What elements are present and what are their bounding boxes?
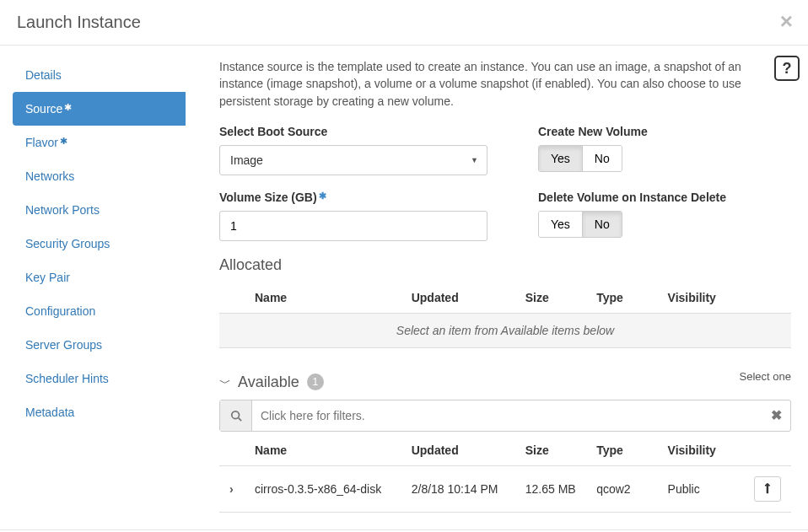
help-icon[interactable]: ? <box>774 56 800 81</box>
sidebar-item-label: Server Groups <box>25 338 102 352</box>
required-asterisk-icon: ✱ <box>319 191 326 201</box>
create-volume-col: Create New Volume Yes No <box>538 125 791 175</box>
svg-point-0 <box>231 411 239 419</box>
available-title[interactable]: ﹀ Available 1 <box>219 373 324 391</box>
source-description: Instance source is the template used to … <box>219 58 791 110</box>
boot-source-select[interactable]: Image <box>219 145 487 175</box>
col-visibility: Visibility <box>668 443 739 457</box>
cell-updated: 2/8/18 10:14 PM <box>412 482 525 496</box>
sidebar-item-label: Networks <box>25 169 74 183</box>
cell-name: cirros-0.3.5-x86_64-disk <box>255 482 412 496</box>
cell-visibility: Public <box>668 482 739 496</box>
search-icon[interactable] <box>220 400 252 431</box>
sidebar-item-flavor[interactable]: Flavor✱ <box>13 126 186 159</box>
allocated-empty-message: Select an item from Available items belo… <box>219 314 791 348</box>
col-name: Name <box>255 291 412 304</box>
sidebar-item-label: Security Groups <box>25 237 110 250</box>
create-volume-toggle: Yes No <box>538 145 622 172</box>
sidebar-item-key-pair[interactable]: Key Pair <box>13 261 186 294</box>
sidebar-item-label: Details <box>25 68 62 82</box>
clear-filter-icon[interactable]: ✖ <box>762 400 790 431</box>
chevron-down-icon: ﹀ <box>219 376 231 391</box>
available-header-row: ﹀ Available 1 Select one <box>219 367 791 400</box>
sidebar-item-network-ports[interactable]: Network Ports <box>13 193 186 227</box>
allocated-table-header: Name Updated Size Type Visibility <box>219 282 791 314</box>
create-volume-no-button[interactable]: No <box>582 146 622 171</box>
volume-size-label: Volume Size (GB)✱ <box>219 191 487 204</box>
filter-input[interactable] <box>252 400 762 431</box>
allocated-title: Allocated <box>219 256 791 274</box>
col-name: Name <box>255 443 412 457</box>
sidebar-item-details[interactable]: Details <box>13 58 186 92</box>
expand-row-icon[interactable]: › <box>229 482 234 496</box>
modal-header: Launch Instance × <box>0 0 808 46</box>
sidebar-item-server-groups[interactable]: Server Groups <box>13 328 186 362</box>
sidebar-item-source[interactable]: Source✱ <box>13 92 186 126</box>
required-asterisk-icon: ✱ <box>64 102 72 112</box>
svg-line-1 <box>238 418 241 422</box>
delete-yes-button[interactable]: Yes <box>539 212 582 237</box>
select-one-hint: Select one <box>740 370 791 383</box>
wizard-sidebar: Details Source✱ Flavor✱ Networks Network… <box>0 46 186 529</box>
filter-bar: ✖ <box>219 400 791 432</box>
delete-on-terminate-col: Delete Volume on Instance Delete Yes No <box>538 191 791 241</box>
boot-source-col: Select Boot Source Image <box>219 125 487 175</box>
create-volume-label: Create New Volume <box>538 125 791 138</box>
sidebar-item-security-groups[interactable]: Security Groups <box>13 227 186 261</box>
delete-no-button[interactable]: No <box>582 212 622 237</box>
available-table-header: Name Updated Size Type Visibility <box>219 435 791 466</box>
cell-type: qcow2 <box>596 482 667 496</box>
col-size: Size <box>525 291 596 304</box>
modal-title: Launch Instance <box>17 13 791 32</box>
cell-size: 12.65 MB <box>525 482 596 496</box>
delete-on-terminate-toggle: Yes No <box>538 211 622 238</box>
col-visibility: Visibility <box>668 291 739 304</box>
sidebar-item-label: Metadata <box>25 406 74 419</box>
col-type: Type <box>596 291 667 304</box>
boot-source-label: Select Boot Source <box>219 125 487 138</box>
main-panel: ? Instance source is the template used t… <box>186 46 808 529</box>
sidebar-item-label: Scheduler Hints <box>25 372 109 385</box>
sidebar-item-scheduler-hints[interactable]: Scheduler Hints <box>13 362 186 395</box>
available-count-badge: 1 <box>307 373 324 390</box>
delete-on-terminate-label: Delete Volume on Instance Delete <box>538 191 791 204</box>
sidebar-item-label: Network Ports <box>25 203 100 217</box>
col-updated: Updated <box>412 443 525 457</box>
volume-size-col: Volume Size (GB)✱ <box>219 191 487 241</box>
modal-body: Details Source✱ Flavor✱ Networks Network… <box>0 46 808 529</box>
launch-instance-modal: Launch Instance × Details Source✱ Flavor… <box>0 0 808 532</box>
col-type: Type <box>596 443 667 457</box>
sidebar-item-configuration[interactable]: Configuration <box>13 294 186 328</box>
create-volume-yes-button[interactable]: Yes <box>539 146 582 171</box>
sidebar-item-metadata[interactable]: Metadata <box>13 395 186 429</box>
form-row-2: Volume Size (GB)✱ Delete Volume on Insta… <box>219 191 791 241</box>
sidebar-item-label: Key Pair <box>25 271 70 284</box>
col-size: Size <box>525 443 596 457</box>
form-row-1: Select Boot Source Image Create New Volu… <box>219 125 791 175</box>
sidebar-item-networks[interactable]: Networks <box>13 159 186 193</box>
allocate-up-button[interactable]: 🠕 <box>754 476 781 502</box>
col-updated: Updated <box>412 291 525 304</box>
boot-source-value: Image <box>230 153 263 167</box>
sidebar-item-label: Source <box>25 102 62 116</box>
sidebar-item-label: Flavor <box>25 136 58 149</box>
table-row: › cirros-0.3.5-x86_64-disk 2/8/18 10:14 … <box>219 466 791 513</box>
volume-size-input[interactable] <box>219 211 487 241</box>
required-asterisk-icon: ✱ <box>60 136 67 146</box>
sidebar-item-label: Configuration <box>25 304 95 318</box>
close-icon[interactable]: × <box>780 8 793 35</box>
